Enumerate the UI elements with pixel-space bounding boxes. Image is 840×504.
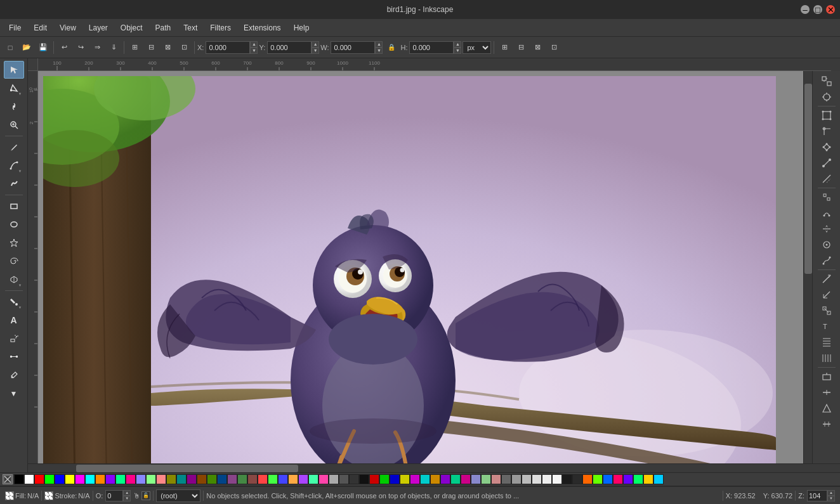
- adjust-tool-btn[interactable]: [4, 98, 24, 115]
- rect-tool-btn[interactable]: [4, 197, 24, 215]
- circle-tool-btn[interactable]: [4, 216, 24, 233]
- transform-3[interactable]: ⊠: [530, 40, 545, 55]
- palette-color-9[interactable]: [105, 474, 115, 484]
- palette-color-10[interactable]: [115, 474, 126, 484]
- palette-color-28[interactable]: [298, 474, 308, 484]
- palette-color-53[interactable]: [552, 474, 562, 484]
- h-spinner[interactable]: ▲ ▼: [454, 41, 461, 54]
- snap-btn-2[interactable]: [817, 89, 837, 105]
- opacity-spinner[interactable]: ▲ ▼: [123, 490, 131, 501]
- menu-object[interactable]: Object: [114, 21, 149, 35]
- zoom-input[interactable]: [807, 490, 827, 501]
- w-down[interactable]: ▼: [375, 48, 383, 54]
- palette-color-7[interactable]: [85, 474, 95, 484]
- align-left-button[interactable]: ⊞: [127, 40, 142, 55]
- align-top-button[interactable]: ⊡: [176, 40, 192, 55]
- 3d-box-btn[interactable]: ▼: [4, 271, 24, 288]
- menu-edit[interactable]: Edit: [27, 21, 53, 35]
- palette-color-33[interactable]: [349, 474, 359, 484]
- open-button[interactable]: 📂: [19, 40, 34, 55]
- palette-color-17[interactable]: [187, 474, 197, 484]
- maximize-button[interactable]: □: [813, 5, 822, 14]
- zoom-down[interactable]: ▼: [827, 496, 835, 501]
- palette-color-56[interactable]: [582, 474, 593, 484]
- palette-color-13[interactable]: [146, 474, 156, 484]
- palette-color-37[interactable]: [390, 474, 400, 484]
- zoom-tool-btn[interactable]: [4, 116, 24, 134]
- snap-btn-14[interactable]: [817, 287, 837, 302]
- palette-color-62[interactable]: [643, 474, 653, 484]
- canvas-wrap[interactable]: [38, 71, 812, 463]
- palette-color-0[interactable]: [14, 474, 24, 484]
- palette-color-40[interactable]: [420, 474, 430, 484]
- snap-btn-17[interactable]: [817, 335, 837, 350]
- palette-color-6[interactable]: [75, 474, 85, 484]
- palette-color-32[interactable]: [339, 474, 349, 484]
- snap-btn-3[interactable]: [817, 108, 837, 123]
- snap-btn-16[interactable]: T: [817, 319, 837, 334]
- palette-color-20[interactable]: [217, 474, 227, 484]
- w-up[interactable]: ▲: [375, 41, 383, 48]
- fill-swatch[interactable]: [5, 491, 14, 500]
- palette-color-4[interactable]: [55, 474, 65, 484]
- select-tool-btn[interactable]: [4, 61, 24, 79]
- vertical-scrollbar[interactable]: [803, 71, 812, 463]
- h-down[interactable]: ▼: [454, 48, 461, 54]
- palette-color-60[interactable]: [623, 474, 633, 484]
- palette-color-39[interactable]: [410, 474, 420, 484]
- palette-color-47[interactable]: [491, 474, 501, 484]
- palette-color-8[interactable]: [95, 474, 105, 484]
- x-input[interactable]: [206, 41, 250, 54]
- snap-btn-12[interactable]: [817, 253, 837, 268]
- palette-color-14[interactable]: [156, 474, 166, 484]
- h-input[interactable]: [409, 41, 454, 54]
- star-tool-btn[interactable]: [4, 234, 24, 252]
- paint-tool-btn[interactable]: ▼: [4, 293, 24, 311]
- new-button[interactable]: □: [3, 40, 18, 55]
- x-spinner[interactable]: ▲ ▼: [250, 41, 258, 54]
- palette-color-34[interactable]: [359, 474, 369, 484]
- minimize-button[interactable]: –: [801, 5, 810, 14]
- snap-btn-10[interactable]: [817, 221, 837, 236]
- palette-color-30[interactable]: [318, 474, 329, 484]
- snap-btn-18[interactable]: [817, 351, 837, 366]
- y-up[interactable]: ▲: [312, 41, 319, 48]
- lock-icon[interactable]: 🔓: [141, 491, 150, 500]
- palette-color-52[interactable]: [542, 474, 552, 484]
- palette-color-41[interactable]: [430, 474, 440, 484]
- palette-color-18[interactable]: [197, 474, 207, 484]
- dropper-btn[interactable]: [4, 366, 24, 384]
- import-button[interactable]: ⇓: [106, 40, 121, 55]
- palette-color-48[interactable]: [501, 474, 511, 484]
- node-tool-btn[interactable]: ▼: [4, 79, 24, 97]
- menu-path[interactable]: Path: [149, 21, 178, 35]
- palette-color-27[interactable]: [288, 474, 298, 484]
- opacity-up[interactable]: ▲: [123, 490, 131, 496]
- palette-color-46[interactable]: [481, 474, 491, 484]
- palette-color-2[interactable]: [34, 474, 44, 484]
- menu-filters[interactable]: Filters: [204, 21, 237, 35]
- snap-btn-19[interactable]: [817, 369, 837, 384]
- pen-tool-btn[interactable]: ▼: [4, 157, 24, 174]
- menu-layer[interactable]: Layer: [82, 21, 114, 35]
- palette-color-1[interactable]: [24, 474, 34, 484]
- x-up[interactable]: ▲: [250, 41, 258, 48]
- palette-color-61[interactable]: [633, 474, 643, 484]
- palette-color-19[interactable]: [207, 474, 217, 484]
- palette-color-16[interactable]: [176, 474, 187, 484]
- menu-help[interactable]: Help: [287, 21, 316, 35]
- lock-ratio-button[interactable]: 🔒: [384, 40, 399, 55]
- close-button[interactable]: ✕: [826, 5, 835, 14]
- snap-btn-13[interactable]: [817, 271, 837, 287]
- horizontal-scrollbar[interactable]: [38, 464, 803, 472]
- palette-color-55[interactable]: [572, 474, 582, 484]
- align-right-button[interactable]: ⊠: [160, 40, 175, 55]
- transform-1[interactable]: ⊞: [497, 40, 512, 55]
- align-center-button[interactable]: ⊟: [143, 40, 159, 55]
- palette-color-3[interactable]: [44, 474, 55, 484]
- snap-btn-8[interactable]: [817, 190, 837, 205]
- palette-color-49[interactable]: [511, 474, 522, 484]
- zoom-up[interactable]: ▲: [827, 490, 835, 496]
- w-spinner[interactable]: ▲ ▼: [375, 41, 383, 54]
- palette-color-29[interactable]: [308, 474, 318, 484]
